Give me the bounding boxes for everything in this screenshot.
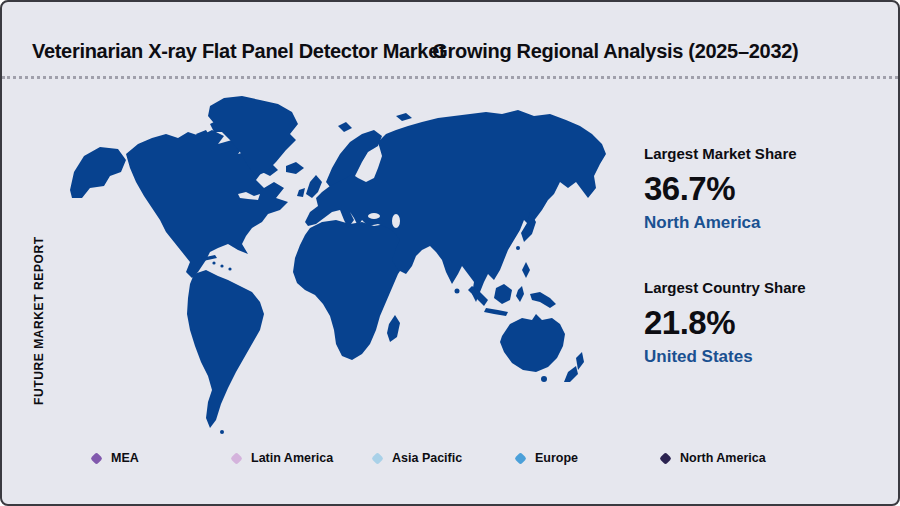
brand-vertical-text: FUTURE MARKET REPORT	[32, 230, 54, 412]
stats-panel: Largest Market Share 36.7% North America…	[644, 145, 894, 413]
stat-label: Largest Country Share	[644, 279, 894, 296]
legend: MEA Latin America Asia Pacific Europe No…	[2, 448, 900, 472]
dotted-separator	[2, 76, 898, 79]
legend-item-mea: MEA	[92, 448, 139, 468]
legend-dot-asia-pacific	[371, 452, 384, 465]
stat-value: 21.8%	[644, 306, 894, 339]
legend-dot-mea	[90, 452, 103, 465]
legend-label: MEA	[111, 451, 139, 465]
legend-dot-europe	[514, 452, 527, 465]
infographic-frame: Veterinarian X-ray Flat Panel Detector M…	[0, 0, 900, 506]
stat-largest-market-share: Largest Market Share 36.7% North America	[644, 145, 894, 233]
legend-item-north-america: North America	[661, 448, 766, 468]
legend-item-asia-pacific: Asia Pacific	[373, 448, 462, 468]
legend-label: Asia Pacific	[392, 451, 462, 465]
stat-region: United States	[644, 347, 894, 367]
legend-item-latin-america: Latin America	[232, 448, 333, 468]
stat-region: North America	[644, 213, 894, 233]
world-map-svg	[60, 90, 640, 440]
legend-label: North America	[680, 451, 766, 465]
legend-dot-north-america	[659, 452, 672, 465]
world-map	[60, 90, 640, 440]
page-title-part2: Growing Regional Analysis (2025–2032)	[432, 40, 798, 62]
legend-item-europe: Europe	[516, 448, 578, 468]
page-title-part1: Veterinarian X-ray Flat Panel Detector M…	[32, 40, 445, 62]
stat-value: 36.7%	[644, 172, 894, 205]
world-map-landmass	[70, 96, 606, 434]
stat-largest-country-share: Largest Country Share 21.8% United State…	[644, 279, 894, 367]
legend-label: Latin America	[251, 451, 333, 465]
legend-dot-latin-america	[230, 452, 243, 465]
page-title: Veterinarian X-ray Flat Panel Detector M…	[32, 40, 886, 70]
legend-label: Europe	[535, 451, 578, 465]
stat-label: Largest Market Share	[644, 145, 894, 162]
